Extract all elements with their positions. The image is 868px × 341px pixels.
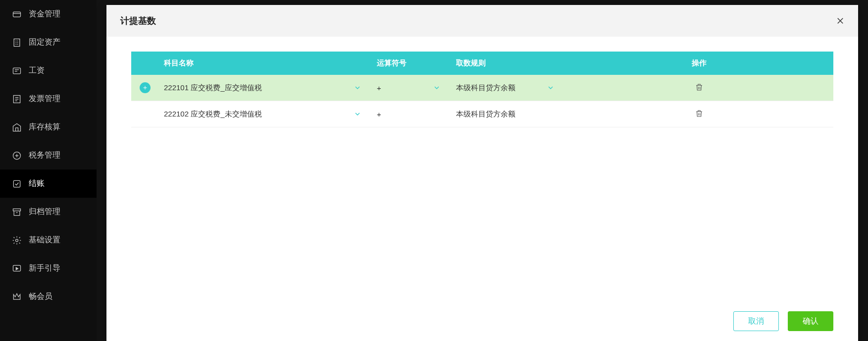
- col-action-header: 操作: [565, 52, 833, 75]
- svg-point-7: [16, 239, 18, 241]
- chevron-down-icon: [353, 83, 362, 92]
- tax-icon: [12, 151, 22, 161]
- col-subject-header: 科目名称: [159, 52, 372, 75]
- sidebar-item-settings[interactable]: 基础设置: [0, 226, 97, 254]
- sidebar-item-payroll[interactable]: 工资: [0, 57, 97, 85]
- sidebar-item-label: 资金管理: [29, 9, 60, 19]
- sidebar-item-guide[interactable]: 新手引导: [0, 254, 97, 283]
- sidebar-item-archive[interactable]: 归档管理: [0, 198, 97, 226]
- sidebar-item-tax[interactable]: 税务管理: [0, 141, 97, 170]
- cell-action: [565, 75, 833, 101]
- col-add-header: [131, 52, 159, 75]
- chevron-down-icon: [353, 110, 362, 118]
- col-rule-header: 取数规则: [451, 52, 565, 75]
- archive-icon: [12, 207, 22, 217]
- plus-icon: [142, 84, 148, 92]
- cell-subject[interactable]: 222101 应交税费_应交增值税: [159, 75, 372, 101]
- wallet-icon: [12, 9, 22, 19]
- sidebar-item-vip[interactable]: 畅会员: [0, 283, 97, 311]
- rule-value: 本级科目贷方余额: [456, 83, 515, 93]
- sidebar-item-inventory[interactable]: 库存核算: [0, 113, 97, 141]
- cell-subject[interactable]: 222102 应交税费_未交增值税: [159, 101, 372, 127]
- sidebar-item-label: 基础设置: [29, 235, 60, 245]
- sidebar-item-label: 库存核算: [29, 122, 60, 132]
- delete-button[interactable]: [693, 82, 705, 94]
- sidebar-item-label: 结账: [29, 178, 45, 189]
- add-row-button[interactable]: [140, 82, 151, 93]
- cell-add: [131, 101, 159, 127]
- sidebar: 资金管理 固定资产 工资 发票管理 库存核算 税务管理 结账: [0, 0, 97, 341]
- subject-value: 222101 应交税费_应交增值税: [164, 83, 262, 93]
- svg-rect-5: [13, 180, 20, 187]
- settings-icon: [12, 235, 22, 245]
- sidebar-item-label: 工资: [29, 65, 45, 76]
- confirm-button[interactable]: 确认: [788, 311, 833, 331]
- sidebar-item-label: 固定资产: [29, 37, 60, 48]
- cell-operator[interactable]: +: [372, 101, 451, 127]
- guide-icon: [12, 264, 22, 274]
- rule-value: 本级科目贷方余额: [456, 110, 515, 119]
- invoice-icon: [12, 94, 22, 104]
- trash-icon: [695, 83, 704, 93]
- chevron-down-icon: [432, 83, 441, 92]
- delete-button[interactable]: [693, 108, 705, 120]
- sidebar-item-label: 税务管理: [29, 150, 60, 161]
- svg-rect-6: [13, 209, 21, 211]
- cell-rule[interactable]: 本级科目贷方余额: [451, 75, 565, 101]
- basis-table: 科目名称 运算符号 取数规则 操作 222101 应交税费_应交增值税+本级科目…: [131, 52, 833, 127]
- modal-dialog: 计提基数 科目名称 运算符号 取数规则 操作 222101 应交税费_应交增值税…: [106, 5, 858, 341]
- svg-rect-1: [14, 39, 20, 46]
- sidebar-item-checkout[interactable]: 结账: [0, 170, 97, 198]
- warehouse-icon: [12, 122, 22, 132]
- building-icon: [12, 38, 22, 48]
- sidebar-item-label: 发票管理: [29, 94, 60, 104]
- table-row: 222101 应交税费_应交增值税+本级科目贷方余额: [131, 75, 833, 101]
- payroll-icon: [12, 66, 22, 76]
- checkout-icon: [12, 179, 22, 189]
- sidebar-item-label: 畅会员: [29, 291, 52, 302]
- modal-header: 计提基数: [106, 5, 858, 37]
- svg-rect-0: [13, 12, 21, 17]
- vip-icon: [12, 292, 22, 302]
- cell-rule[interactable]: 本级科目贷方余额: [451, 101, 565, 127]
- cell-operator[interactable]: +: [372, 75, 451, 101]
- svg-rect-2: [13, 68, 21, 74]
- sidebar-item-invoice[interactable]: 发票管理: [0, 85, 97, 113]
- cell-add: [131, 75, 159, 101]
- sidebar-item-fixed-assets[interactable]: 固定资产: [0, 28, 97, 57]
- operator-value: +: [377, 110, 381, 118]
- sidebar-item-label: 归档管理: [29, 207, 60, 217]
- subject-value: 222102 应交税费_未交增值税: [164, 110, 262, 119]
- modal-footer: 取消 确认: [106, 304, 858, 341]
- col-operator-header: 运算符号: [372, 52, 451, 75]
- sidebar-item-label: 新手引导: [29, 263, 60, 274]
- modal-body: 科目名称 运算符号 取数规则 操作 222101 应交税费_应交增值税+本级科目…: [106, 37, 858, 304]
- cell-action: [565, 101, 833, 127]
- modal-title: 计提基数: [120, 15, 156, 27]
- close-button[interactable]: [833, 14, 847, 28]
- cancel-button[interactable]: 取消: [733, 311, 779, 331]
- operator-value: +: [377, 84, 381, 92]
- trash-icon: [695, 109, 704, 119]
- sidebar-item-funds[interactable]: 资金管理: [0, 0, 97, 28]
- close-icon: [836, 16, 845, 25]
- table-row: 222102 应交税费_未交增值税+本级科目贷方余额: [131, 101, 833, 127]
- chevron-down-icon: [546, 83, 555, 92]
